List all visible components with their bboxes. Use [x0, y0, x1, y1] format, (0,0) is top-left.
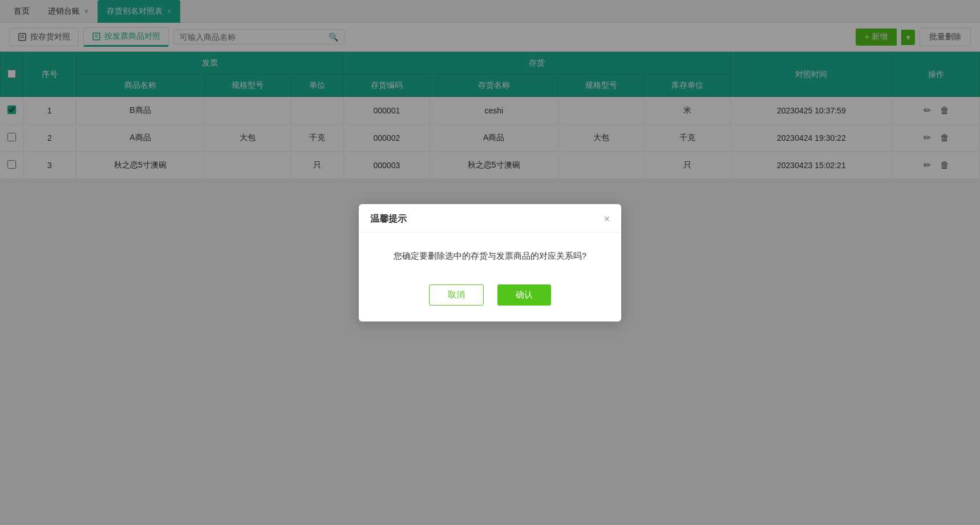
modal-overlay: 温馨提示 × 您确定要删除选中的存货与发票商品的对应关系吗? 取消 确认 — [0, 0, 980, 179]
